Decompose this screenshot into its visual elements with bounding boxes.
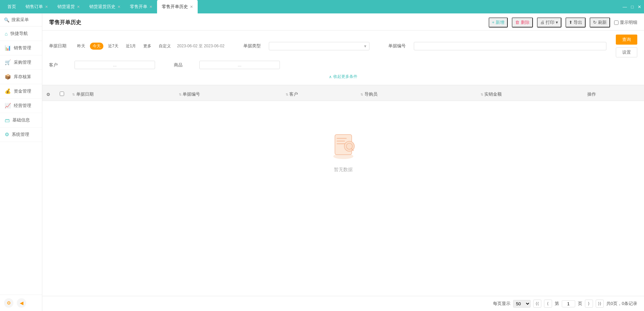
th-customer[interactable]: ⇅ 客户 bbox=[282, 88, 357, 101]
filter-area: 单据日期 昨天 今天 近7天 近1月 更多 自定义 2023-06-02 至 2… bbox=[42, 31, 644, 85]
date-label: 单据日期 bbox=[49, 43, 69, 49]
sort-icon-date: ⇅ bbox=[72, 93, 75, 96]
content-area: 零售开单历史 + 新增 🗑 删除 🖨 打印 ▾ ⬆ 导出 ↻ 刷新 显示明细 单… bbox=[42, 13, 644, 311]
close-tab-retail-history[interactable]: ✕ bbox=[190, 5, 193, 9]
date-buttons: 昨天 今天 近7天 近1月 更多 自定义 2023-06-02 至 2023-0… bbox=[75, 43, 225, 50]
table-container: ⚙ ⇅ 单据日期 ⇅ 单据编号 ⇅ 客户 ⇅ 导购员 ⇅ 实销金额 操作 bbox=[42, 88, 644, 296]
collapse-button[interactable]: ∧ 收起更多条件 bbox=[49, 72, 637, 81]
date-btn-custom[interactable]: 自定义 bbox=[156, 43, 174, 50]
window-minimize[interactable]: — bbox=[623, 4, 627, 9]
sidebar-item-quicknav[interactable]: ⌂ 快捷导航 bbox=[0, 27, 42, 41]
tab-retail-history[interactable]: 零售开单历史 ✕ bbox=[157, 0, 198, 13]
sort-icon-guide: ⇅ bbox=[360, 93, 363, 96]
empty-text: 暂无数据 bbox=[334, 167, 353, 173]
sidebar-item-system[interactable]: ⚙ 系统管理 bbox=[0, 127, 42, 142]
sidebar-item-operations[interactable]: 📈 经营管理 bbox=[0, 99, 42, 113]
sidebar-item-finance[interactable]: 💰 资金管理 bbox=[0, 84, 42, 99]
sidebar-bottom: ⚙ ◀ bbox=[0, 295, 42, 311]
empty-illustration bbox=[327, 128, 360, 161]
page-first-btn[interactable]: ⟨⟨ bbox=[533, 300, 541, 308]
svg-rect-3 bbox=[337, 141, 345, 142]
date-btn-7days[interactable]: 近7天 bbox=[105, 43, 121, 50]
query-button[interactable]: 查询 bbox=[616, 35, 637, 45]
collapse-sidebar-btn[interactable]: ◀ bbox=[17, 298, 26, 308]
main-layout: 🔍 搜索采单 ⌂ 快捷导航 📊 销售管理 🛒 采购管理 📦 库存核算 💰 资金管… bbox=[0, 13, 644, 311]
date-btn-yesterday[interactable]: 昨天 bbox=[75, 43, 88, 50]
th-guide[interactable]: ⇅ 导购员 bbox=[356, 88, 447, 101]
close-tab-return[interactable]: ✕ bbox=[77, 5, 80, 9]
per-page-select[interactable]: 10 20 50 100 bbox=[513, 300, 531, 308]
sidebar-search[interactable]: 🔍 搜索采单 bbox=[0, 13, 42, 27]
th-number[interactable]: ⇅ 单据编号 bbox=[175, 88, 282, 101]
table-header-row: ⚙ ⇅ 单据日期 ⇅ 单据编号 ⇅ 客户 ⇅ 导购员 ⇅ 实销金额 操作 bbox=[42, 88, 644, 101]
page-last-btn[interactable]: ⟩⟩ bbox=[596, 300, 604, 308]
finance-icon: 💰 bbox=[5, 88, 11, 94]
total-text: 共0页，0条记录 bbox=[606, 301, 637, 307]
customer-input[interactable]: ... bbox=[75, 61, 155, 69]
toolbar: + 新增 🗑 删除 🖨 打印 ▾ ⬆ 导出 ↻ 刷新 显示明细 bbox=[489, 17, 637, 28]
sort-icon-number: ⇅ bbox=[179, 93, 182, 96]
svg-rect-2 bbox=[337, 138, 347, 139]
per-page-label: 每页显示 bbox=[493, 301, 510, 307]
th-amount[interactable]: ⇅ 实销金额 bbox=[477, 88, 583, 101]
basics-icon: 🗃 bbox=[5, 117, 10, 123]
print-button[interactable]: 🖨 打印 ▾ bbox=[537, 17, 561, 28]
operations-icon: 📈 bbox=[5, 103, 11, 109]
th-action: 操作 bbox=[583, 88, 644, 101]
th-date[interactable]: ⇅ 单据日期 bbox=[68, 88, 175, 101]
date-btn-1month[interactable]: 近1月 bbox=[123, 43, 139, 50]
page-prev-btn[interactable]: ⟨ bbox=[544, 300, 552, 308]
page-header: 零售开单历史 + 新增 🗑 删除 🖨 打印 ▾ ⬆ 导出 ↻ 刷新 显示明细 bbox=[42, 13, 644, 31]
search-icon: 🔍 bbox=[4, 17, 9, 22]
filter-row-2: 客户 ... 商品 ... bbox=[49, 61, 637, 69]
collapse-icon: ∧ bbox=[329, 74, 332, 79]
date-range-display: 2023-06-02 至 2023-06-02 bbox=[177, 43, 224, 49]
inventory-icon: 📦 bbox=[5, 74, 11, 80]
tab-return[interactable]: 销货退货 ✕ bbox=[53, 0, 85, 13]
delete-button[interactable]: 🗑 删除 bbox=[512, 17, 533, 28]
type-label: 单据类型 bbox=[243, 43, 263, 49]
settings-bottom-btn[interactable]: ⚙ bbox=[4, 298, 13, 308]
goods-label: 商品 bbox=[174, 62, 194, 68]
display-detail-checkbox[interactable]: 显示明细 bbox=[614, 19, 637, 25]
date-btn-today[interactable]: 今天 bbox=[90, 43, 103, 50]
sidebar-item-basics[interactable]: 🗃 基础信息 bbox=[0, 113, 42, 127]
goods-input[interactable]: ... bbox=[199, 61, 280, 69]
page-unit: 页 bbox=[578, 301, 582, 307]
export-button[interactable]: ⬆ 导出 bbox=[565, 17, 586, 28]
window-maximize[interactable]: □ bbox=[631, 4, 634, 9]
date-btn-more[interactable]: 更多 bbox=[141, 43, 154, 50]
tab-return-history[interactable]: 销货退货历史 ✕ bbox=[85, 0, 125, 13]
number-input[interactable] bbox=[414, 42, 606, 50]
close-tab-sales-order[interactable]: ✕ bbox=[45, 5, 48, 9]
add-button[interactable]: + 新增 bbox=[489, 17, 508, 28]
home-icon: ⌂ bbox=[5, 31, 8, 37]
sidebar-item-sales[interactable]: 📊 销售管理 bbox=[0, 41, 42, 55]
close-tab-retail-order[interactable]: ✕ bbox=[149, 5, 152, 9]
th-settings[interactable]: ⚙ bbox=[42, 88, 56, 101]
customer-label: 客户 bbox=[49, 62, 69, 68]
pagination: 每页显示 10 20 50 100 ⟨⟨ ⟨ 第 页 ⟩ ⟩⟩ 共0页，0条记录 bbox=[42, 296, 644, 311]
sidebar-item-inventory[interactable]: 📦 库存核算 bbox=[0, 70, 42, 84]
tab-bar: 首页 销售订单 ✕ 销货退货 ✕ 销货退货历史 ✕ 零售开单 ✕ 零售开单历史 … bbox=[0, 0, 644, 13]
th-checkbox[interactable] bbox=[56, 88, 68, 101]
type-select-arrow: ▾ bbox=[364, 44, 366, 49]
tab-home[interactable]: 首页 bbox=[3, 4, 21, 10]
page-label: 第 bbox=[555, 301, 559, 307]
sidebar: 🔍 搜索采单 ⌂ 快捷导航 📊 销售管理 🛒 采购管理 📦 库存核算 💰 资金管… bbox=[0, 13, 42, 311]
window-controls: — □ ✕ bbox=[623, 4, 641, 9]
page-next-btn[interactable]: ⟩ bbox=[585, 300, 593, 308]
window-close[interactable]: ✕ bbox=[638, 4, 641, 9]
filter-settings-button[interactable]: 设置 bbox=[616, 47, 637, 57]
data-table: ⚙ ⇅ 单据日期 ⇅ 单据编号 ⇅ 客户 ⇅ 导购员 ⇅ 实销金额 操作 bbox=[42, 88, 644, 101]
close-tab-return-history[interactable]: ✕ bbox=[117, 5, 120, 9]
page-title: 零售开单历史 bbox=[49, 19, 489, 26]
filter-row-1: 单据日期 昨天 今天 近7天 近1月 更多 自定义 2023-06-02 至 2… bbox=[49, 35, 637, 57]
tab-sales-order[interactable]: 销售订单 ✕ bbox=[21, 0, 53, 13]
page-number-input[interactable] bbox=[562, 300, 575, 307]
type-select[interactable]: ▾ bbox=[269, 42, 369, 50]
sidebar-item-purchase[interactable]: 🛒 采购管理 bbox=[0, 55, 42, 70]
th-spacer bbox=[447, 88, 477, 101]
tab-retail-order[interactable]: 零售开单 ✕ bbox=[125, 0, 157, 13]
refresh-button[interactable]: ↻ 刷新 bbox=[590, 17, 610, 28]
